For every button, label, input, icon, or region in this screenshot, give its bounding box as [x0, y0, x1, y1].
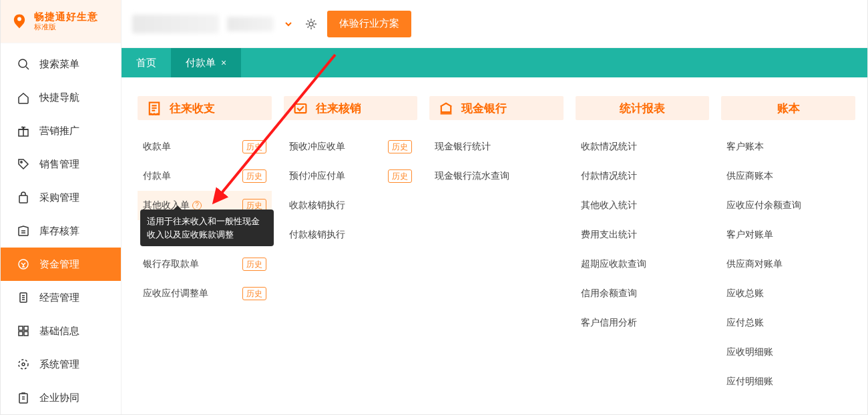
list-item[interactable]: 应收明细账 — [721, 338, 855, 367]
history-badge[interactable]: 历史 — [242, 169, 266, 183]
sidebar-item-tag[interactable]: 销售管理 — [1, 147, 121, 181]
item-label: 应付总账 — [726, 317, 764, 329]
list-item[interactable]: 供应商账本 — [721, 161, 855, 191]
list-item[interactable]: 付款单历史 — [138, 161, 272, 191]
column-header: 现金银行 — [429, 96, 564, 120]
list-item[interactable]: 收款情况统计 — [576, 132, 710, 161]
item-label: 客户账本 — [726, 141, 764, 153]
item-label: 客户信用分析 — [581, 317, 637, 329]
bag-icon — [17, 191, 30, 204]
item-label: 现金银行流水查询 — [435, 170, 509, 182]
sidebar-item-search[interactable]: 搜索菜单 — [1, 47, 121, 81]
chevron-down-icon[interactable] — [282, 17, 295, 31]
list-item[interactable]: 预付冲应付单历史 — [284, 161, 418, 191]
list-item[interactable]: 现金银行流水查询 — [429, 161, 564, 191]
content-panel: 往来收支收款单历史付款单历史其他收入单 ?历史费用支出单历史银行存取款单历史应收… — [122, 77, 867, 414]
item-label: 超期应收款查询 — [581, 258, 646, 270]
list-item[interactable]: 应付明细账 — [721, 367, 855, 396]
sidebar-item-sys[interactable]: 系统管理 — [1, 348, 121, 381]
item-label: 付款单 — [143, 170, 171, 182]
list-item[interactable]: 应收总账 — [721, 279, 855, 308]
list-item[interactable]: 付款情况统计 — [576, 161, 710, 191]
brand-subtitle: 标准版 — [34, 23, 98, 31]
sidebar-item-bag[interactable]: 采购管理 — [1, 181, 121, 214]
sidebar-item-stock[interactable]: 库存核算 — [1, 214, 121, 248]
column-账本: 账本客户账本供应商账本应收应付余额查询客户对账单供应商对账单应收总账应付总账应收… — [721, 96, 855, 402]
tab-bar: 首页付款单× — [122, 48, 867, 77]
grid-icon — [17, 324, 30, 338]
history-badge[interactable]: 历史 — [242, 287, 266, 300]
list-item[interactable]: 收款单历史 — [138, 132, 272, 161]
sidebar-item-home[interactable]: 快捷导航 — [1, 81, 121, 114]
close-icon[interactable]: × — [221, 57, 226, 68]
list-item[interactable]: 客户对账单 — [721, 220, 855, 250]
history-badge[interactable]: 历史 — [242, 199, 266, 212]
history-badge[interactable]: 历史 — [242, 258, 266, 271]
sidebar-item-label: 营销推广 — [39, 125, 79, 137]
sidebar-item-money[interactable]: 资金管理 — [1, 248, 121, 281]
column-header: 统计报表 — [576, 96, 710, 120]
list-item[interactable]: 应收应付调整单历史 — [138, 279, 272, 308]
tab-label: 首页 — [136, 57, 156, 69]
list-item[interactable]: 银行存取款单历史 — [138, 250, 272, 279]
list-item[interactable]: 信用余额查询 — [576, 279, 710, 308]
column-title: 往来核销 — [316, 101, 361, 116]
list-item[interactable]: 其他收入统计 — [576, 191, 710, 220]
sidebar-item-grid[interactable]: 基础信息 — [1, 314, 121, 348]
list-item[interactable]: 供应商对账单 — [721, 250, 855, 279]
column-统计报表: 统计报表收款情况统计付款情况统计其他收入统计费用支出统计超期应收款查询信用余额查… — [576, 96, 710, 402]
item-label: 应付明细账 — [726, 376, 773, 388]
list-item[interactable]: 收款核销执行 — [284, 191, 418, 220]
item-label: 付款核销执行 — [289, 229, 345, 241]
list-item[interactable]: 付款核销执行 — [284, 220, 418, 250]
history-badge[interactable]: 历史 — [242, 228, 266, 242]
stock-icon — [17, 224, 30, 238]
column-body: 客户账本供应商账本应收应付余额查询客户对账单供应商对账单应收总账应付总账应收明细… — [721, 132, 855, 396]
sidebar-item-label: 系统管理 — [39, 358, 79, 371]
tag-icon — [17, 157, 30, 171]
column-现金银行: 现金银行现金银行统计现金银行流水查询 — [429, 96, 564, 402]
main-area: 体验行业方案 首页付款单× 往来收支收款单历史付款单历史其他收入单 ?历史费用支… — [122, 0, 867, 414]
list-item[interactable]: 应收应付余额查询 — [721, 191, 855, 220]
sys-icon — [17, 358, 30, 371]
item-label: 费用支出统计 — [581, 229, 637, 241]
gear-icon[interactable] — [303, 16, 319, 32]
home-icon — [17, 91, 30, 104]
item-label: 收款核销执行 — [289, 199, 345, 212]
list-item[interactable]: 其他收入单 ?历史 — [138, 191, 272, 220]
history-badge[interactable]: 历史 — [388, 169, 412, 183]
sidebar-item-label: 资金管理 — [39, 258, 79, 271]
receipt-icon — [146, 99, 163, 117]
sidebar-item-label: 企业协同 — [39, 392, 79, 404]
svg-point-16 — [17, 17, 21, 21]
list-item[interactable]: 超期应收款查询 — [576, 250, 710, 279]
list-item[interactable]: 费用支出统计 — [576, 220, 710, 250]
column-往来核销: 往来核销预收冲应收单历史预付冲应付单历史收款核销执行付款核销执行 — [284, 96, 418, 402]
history-badge[interactable]: 历史 — [388, 140, 412, 153]
column-header: 往来收支 — [138, 96, 272, 120]
list-item[interactable]: 预收冲应收单历史 — [284, 132, 418, 161]
sidebar-item-label: 经营管理 — [39, 292, 79, 304]
sidebar-nav: 搜索菜单快捷导航营销推广销售管理采购管理库存核算资金管理经营管理基础信息系统管理… — [1, 43, 121, 414]
tab-首页[interactable]: 首页 — [122, 48, 171, 77]
sidebar: 畅捷通好生意 标准版 搜索菜单快捷导航营销推广销售管理采购管理库存核算资金管理经… — [1, 0, 122, 414]
list-item[interactable]: 应付总账 — [721, 308, 855, 338]
item-label: 客户对账单 — [726, 229, 773, 241]
history-badge[interactable]: 历史 — [242, 140, 266, 153]
list-item[interactable]: 客户账本 — [721, 132, 855, 161]
help-icon[interactable]: ? — [192, 201, 202, 210]
tab-付款单[interactable]: 付款单× — [171, 48, 241, 77]
industry-plan-button[interactable]: 体验行业方案 — [327, 11, 411, 37]
item-label: 预收冲应收单 — [289, 141, 345, 153]
search-icon — [17, 57, 30, 71]
sidebar-item-team[interactable]: 企业协同 — [1, 381, 121, 414]
item-label: 现金银行统计 — [435, 141, 491, 153]
team-icon — [17, 391, 30, 404]
list-item[interactable]: 客户信用分析 — [576, 308, 710, 338]
list-item[interactable]: 现金银行统计 — [429, 132, 564, 161]
sidebar-item-gift[interactable]: 营销推广 — [1, 114, 121, 147]
redacted-text — [132, 15, 219, 33]
sidebar-item-label: 采购管理 — [39, 191, 79, 204]
sidebar-item-doc[interactable]: 经营管理 — [1, 281, 121, 314]
bank-icon — [437, 99, 455, 117]
